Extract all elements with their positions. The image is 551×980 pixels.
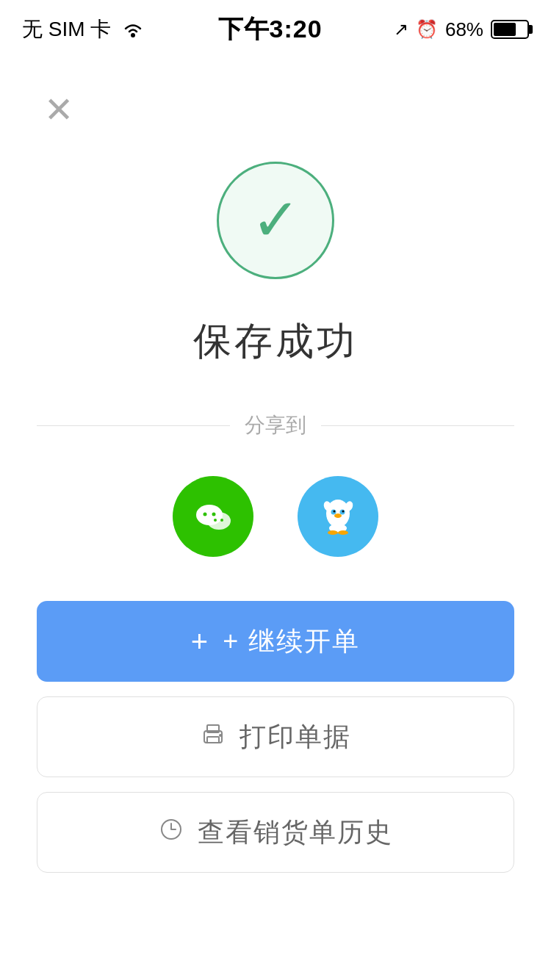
svg-point-11 xyxy=(333,510,335,512)
wifi-icon xyxy=(120,20,146,39)
share-section: 分享到 xyxy=(37,411,514,557)
share-icons xyxy=(37,476,514,557)
battery-fill xyxy=(494,23,516,36)
continue-order-label: + 继续开单 xyxy=(223,624,360,660)
divider-left xyxy=(37,425,230,426)
status-time: 下午3:20 xyxy=(218,12,323,46)
battery-percent: 68% xyxy=(445,18,483,41)
action-buttons: + + 继续开单 打印单据 查看销货单历史 xyxy=(37,601,514,873)
print-button[interactable]: 打印单据 xyxy=(37,696,514,777)
alarm-icon: ⏰ xyxy=(416,19,438,40)
wechat-icon-svg xyxy=(190,493,237,541)
svg-point-0 xyxy=(131,33,135,37)
svg-point-6 xyxy=(220,519,223,522)
svg-point-21 xyxy=(219,734,222,737)
continue-order-button[interactable]: + + 继续开单 xyxy=(37,601,514,682)
svg-point-4 xyxy=(212,512,215,516)
status-indicators: ↗ ⏰ 68% xyxy=(394,18,529,41)
divider-right xyxy=(321,425,514,426)
history-button[interactable]: 查看销货单历史 xyxy=(37,792,514,873)
share-label: 分享到 xyxy=(245,411,306,439)
wechat-share-button[interactable] xyxy=(173,476,253,557)
svg-point-3 xyxy=(203,512,206,516)
location-icon: ↗ xyxy=(394,19,408,40)
checkmark-icon: ✓ xyxy=(251,191,300,250)
svg-rect-20 xyxy=(207,737,219,743)
history-label: 查看销货单历史 xyxy=(198,815,393,851)
svg-point-2 xyxy=(207,512,231,530)
success-circle: ✓ xyxy=(217,162,334,279)
close-button[interactable]: ✕ xyxy=(37,88,81,132)
svg-point-16 xyxy=(328,530,338,535)
close-icon: ✕ xyxy=(44,93,73,128)
plus-icon: + xyxy=(191,625,209,658)
qq-share-button[interactable] xyxy=(298,476,378,557)
svg-point-13 xyxy=(334,514,342,518)
share-divider: 分享到 xyxy=(37,411,514,439)
svg-point-5 xyxy=(214,519,217,522)
status-carrier: 无 SIM 卡 xyxy=(22,15,146,43)
carrier-text: 无 SIM 卡 xyxy=(22,15,111,43)
success-title: 保存成功 xyxy=(193,316,358,367)
svg-point-17 xyxy=(338,530,348,535)
print-icon xyxy=(200,721,226,754)
svg-point-12 xyxy=(342,510,344,512)
history-icon xyxy=(158,816,184,849)
status-bar: 无 SIM 卡 下午3:20 ↗ ⏰ 68% xyxy=(0,0,551,59)
main-content: ✕ ✓ 保存成功 分享到 xyxy=(0,59,551,873)
qq-icon-svg xyxy=(314,493,362,541)
battery-icon xyxy=(491,20,529,39)
print-label: 打印单据 xyxy=(240,719,351,755)
